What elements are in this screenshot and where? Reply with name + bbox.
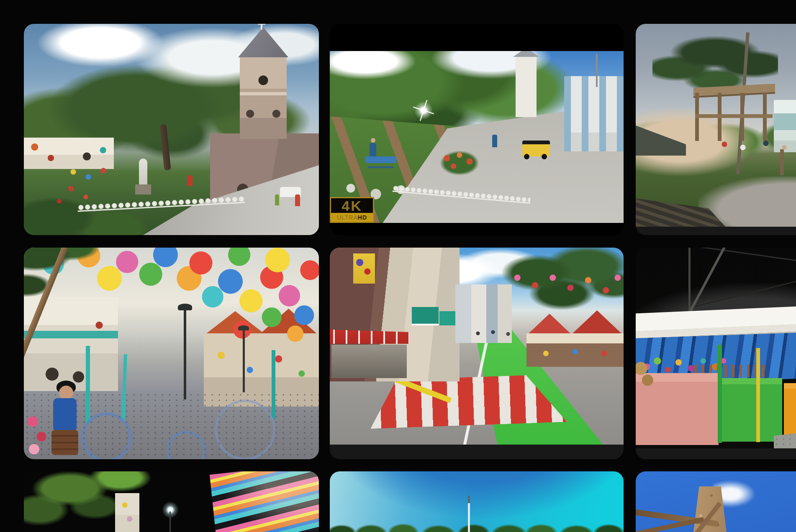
light-pole <box>596 54 598 87</box>
palm-crowns <box>330 512 624 532</box>
people-group <box>715 136 796 157</box>
thin-pole <box>468 496 470 532</box>
buggy-wheel <box>542 154 547 159</box>
image-result-night-market[interactable] <box>636 248 796 459</box>
pedestrian-red-2 <box>295 194 300 206</box>
badge-resolution: 4K <box>331 198 373 213</box>
buggy-wheel <box>524 154 529 159</box>
yellow-post <box>756 348 760 442</box>
badge-hd-label: HD <box>358 214 367 221</box>
green-counter <box>720 378 782 442</box>
beach-photo <box>636 24 796 227</box>
church-roof <box>513 51 539 57</box>
image-result-night-festival[interactable] <box>24 471 319 532</box>
image-result-plaza-church[interactable] <box>24 24 319 235</box>
pedestrian <box>492 135 497 147</box>
kiosk-stalls <box>526 333 624 367</box>
street-lamp-pole <box>169 512 171 532</box>
seated-person-head <box>371 138 375 143</box>
white-building <box>564 76 624 151</box>
orange-counter <box>784 383 796 438</box>
mast-pole <box>688 248 691 315</box>
distant-hill <box>636 118 686 156</box>
image-result-crosswalk-street[interactable] <box>330 248 624 459</box>
teal-shop-sign <box>412 307 439 325</box>
market-photo <box>636 248 796 448</box>
white-statue <box>139 159 147 185</box>
garden-ornaments <box>66 162 116 187</box>
banner-sign <box>115 493 139 532</box>
church-bell-tower <box>240 55 287 139</box>
lamp-head-2 <box>238 325 249 330</box>
green-post <box>718 345 722 443</box>
statue-barrel <box>51 430 78 455</box>
yellow-sign <box>353 253 375 284</box>
4k-ultrahd-badge: 4K ULTRA HD <box>330 197 374 223</box>
lens-flare <box>410 97 437 124</box>
video-result-4k-plaza[interactable]: 4K ULTRA HD <box>330 24 624 235</box>
image-result-stone-tower[interactable] <box>636 471 796 532</box>
statue-blue-dress <box>53 398 77 432</box>
pergola-posts <box>695 93 773 141</box>
video-frame: 4K ULTRA HD <box>330 51 624 223</box>
storefront <box>331 345 407 378</box>
pink-ornaments <box>24 409 53 459</box>
statue-head <box>59 386 73 400</box>
hanging-garlands <box>506 263 624 313</box>
church-tower <box>516 54 537 117</box>
hanging-baskets <box>636 360 657 389</box>
image-result-beach-watchtower[interactable] <box>636 24 796 235</box>
lamp-head <box>178 304 192 310</box>
image-results-grid: 4K ULTRA HD <box>0 0 796 532</box>
lamp-post-2 <box>243 330 245 392</box>
image-result-umbrella-street[interactable] <box>24 248 319 459</box>
street-photo <box>330 248 624 445</box>
pedestrian-red <box>188 175 193 186</box>
festival-glow <box>221 471 319 532</box>
spire-cross <box>261 24 262 30</box>
flower-bush <box>434 146 485 177</box>
seated-person <box>370 143 376 156</box>
blue-bench <box>365 156 396 163</box>
badge-ultrahd-band: ULTRA HD <box>331 213 373 222</box>
badge-ultra-label: ULTRA <box>337 214 358 221</box>
pedestrian-green <box>275 194 279 205</box>
spire-crossbar <box>258 24 265 25</box>
statue-pedestal <box>135 184 151 194</box>
image-result-turquoise-sky-palms[interactable] <box>330 471 624 532</box>
